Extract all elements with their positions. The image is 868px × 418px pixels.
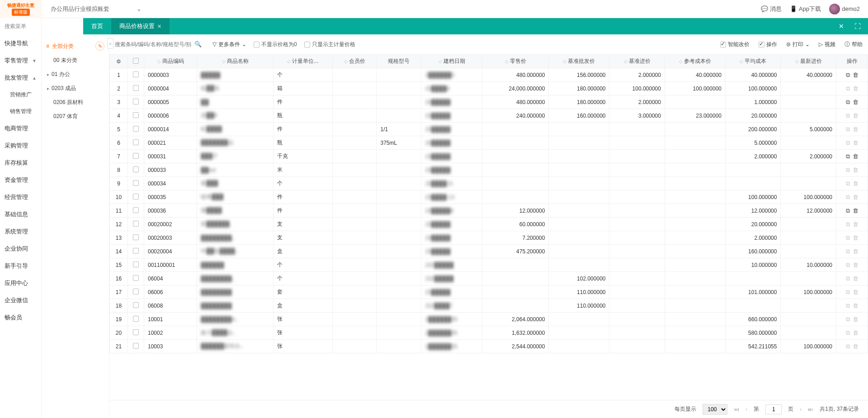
row-delete-icon[interactable]: 🗑 — [853, 234, 859, 241]
sidebar-item[interactable]: 销售管理 — [0, 103, 41, 120]
row-delete-icon[interactable]: 🗑 — [853, 329, 859, 336]
table-row[interactable]: 9 000034 奥███ 个 20████23 ⧉🗑 — [110, 177, 868, 190]
row-delete-icon[interactable]: 🗑 — [853, 153, 859, 160]
row-checkbox[interactable] — [133, 343, 139, 349]
tree-collapse-icon[interactable]: « — [107, 38, 113, 49]
tree-item[interactable]: ▸0203 成品 — [42, 81, 109, 95]
col-code[interactable]: ◇商品编码 — [144, 55, 197, 68]
table-row[interactable]: 2 0000004 收██纸 箱 20████8 24,000.000000 1… — [110, 82, 868, 95]
row-checkbox[interactable] — [133, 275, 139, 281]
row-edit-icon[interactable]: ⧉ — [846, 275, 850, 282]
row-edit-icon[interactable]: ⧉ — [846, 261, 850, 268]
tree-item[interactable]: ▸01 办公 — [42, 67, 109, 81]
sidebar-item[interactable]: 经营管理 — [0, 189, 41, 206]
next-page-icon[interactable]: › — [800, 406, 802, 413]
table-row[interactable]: 19 10001 ████████A.. 张 2██████05 2,064.0… — [110, 313, 868, 326]
row-edit-icon[interactable]: ⧉ — [846, 180, 850, 187]
col-create-date[interactable]: ◇建档日期 — [421, 55, 482, 68]
row-checkbox[interactable] — [133, 99, 139, 104]
row-checkbox[interactable] — [133, 194, 139, 200]
table-row[interactable]: 17 06006 ████████ 套 20█████ 110.000000 1… — [110, 285, 868, 299]
checkbox-hide-zero-price[interactable]: 不显示价格为0 — [254, 41, 297, 48]
row-edit-icon[interactable]: ⧉ — [846, 126, 850, 133]
row-delete-icon[interactable]: 🗑 — [853, 207, 859, 214]
row-edit-icon[interactable]: ⧉ — [846, 99, 850, 105]
search-icon[interactable]: 🔍 — [194, 41, 202, 48]
sidebar-item[interactable]: 基础信息 — [0, 206, 41, 223]
col-spec[interactable]: 规格型号 — [377, 55, 421, 68]
first-page-icon[interactable]: ⏮ — [734, 406, 739, 413]
sidebar-item[interactable]: 快捷导航 — [0, 35, 41, 52]
fullscreen-icon[interactable]: ⛶ — [852, 20, 863, 32]
table-row[interactable]: 21 10003 ██████新特办.. 张 2██████05 2,544.0… — [110, 340, 868, 353]
help-button[interactable]: ⓘ帮助 — [844, 41, 863, 48]
table-row[interactable]: 14 00020004 中██笔████.. 盒 20█████ 475.200… — [110, 245, 868, 258]
sidebar-item[interactable]: 资金管理 — [0, 171, 41, 189]
row-edit-icon[interactable]: ⧉ — [846, 153, 850, 160]
table-row[interactable]: 12 00020002 得██████. 支 20█████ 60.000000… — [110, 218, 868, 231]
row-edit-icon[interactable]: ⧉ — [846, 302, 850, 309]
row-edit-icon[interactable]: ⧉ — [846, 316, 850, 323]
close-icon[interactable]: ✕ — [157, 24, 161, 29]
video-button[interactable]: ▷视频 — [819, 41, 835, 48]
sidebar-item[interactable]: 批发管理▲ — [0, 69, 41, 86]
row-delete-icon[interactable]: 🗑 — [853, 71, 859, 78]
messages-button[interactable]: 💬消息 — [761, 5, 782, 13]
row-edit-icon[interactable]: ⧉ — [846, 166, 850, 173]
last-page-icon[interactable]: ⏭ — [808, 406, 813, 413]
tab-home[interactable]: 首页 — [83, 18, 111, 34]
more-conditions-button[interactable]: ▽更多条件 ⌄ — [212, 41, 246, 48]
table-row[interactable]: 5 0000014 杜████ 件 1/1 20█████ 200.000000… — [110, 123, 868, 136]
row-checkbox[interactable] — [133, 289, 139, 294]
table-row[interactable]: 16 06004 ████████.. 个 202█████ 102.00000… — [110, 272, 868, 285]
table-row[interactable]: 10 000035 玻璃███ 件 20████-13 100.000000 1… — [110, 190, 868, 204]
row-delete-icon[interactable]: 🗑 — [853, 99, 859, 105]
col-unit[interactable]: ◇计量单位... — [273, 55, 332, 68]
edit-categories-icon[interactable]: ✎ — [95, 42, 104, 51]
table-row[interactable]: 8 000033 ██est 米 20█████ ⧉🗑 — [110, 163, 868, 177]
col-purchase[interactable]: ◇基准进价 — [609, 55, 665, 68]
sidebar-item[interactable]: 企业微信 — [0, 292, 41, 309]
row-checkbox[interactable] — [133, 261, 139, 267]
row-checkbox[interactable] — [133, 180, 139, 186]
tab-close-all-button[interactable]: ✕ — [835, 20, 847, 32]
per-page-select[interactable]: 100 — [703, 404, 727, 415]
tree-item[interactable]: 00 未分类 — [42, 53, 109, 67]
sidebar-item[interactable]: 营销推广 — [0, 86, 41, 103]
row-checkbox[interactable] — [133, 126, 139, 132]
row-delete-icon[interactable]: 🗑 — [853, 180, 859, 187]
col-latest-purchase[interactable]: ◇最新进价 — [781, 55, 836, 68]
row-delete-icon[interactable]: 🗑 — [853, 166, 859, 173]
col-avg-cost[interactable]: ◇平均成本 — [725, 55, 780, 68]
table-row[interactable]: 15 001100001 ██████ 个 202█████ 10.000000… — [110, 258, 868, 272]
row-delete-icon[interactable]: 🗑 — [853, 316, 859, 323]
row-delete-icon[interactable]: 🗑 — [853, 194, 859, 200]
row-checkbox[interactable] — [133, 207, 139, 213]
col-wholesale[interactable]: ◇基准批发价 — [549, 55, 609, 68]
table-row[interactable]: 1 0000003 █████ 个 2██████0 480.000000 15… — [110, 68, 868, 82]
sidebar-item[interactable]: 系统管理 — [0, 223, 41, 240]
table-row[interactable]: 13 00020003 ████████.. 支 20█████ 7.20000… — [110, 231, 868, 245]
row-edit-icon[interactable]: ⧉ — [846, 221, 850, 228]
row-delete-icon[interactable]: 🗑 — [853, 343, 859, 350]
row-edit-icon[interactable]: ⧉ — [846, 207, 850, 214]
search-input[interactable] — [115, 41, 192, 48]
row-checkbox[interactable] — [133, 329, 139, 335]
print-button[interactable]: ⊜打印 ⌄ — [786, 41, 810, 48]
row-edit-icon[interactable]: ⧉ — [846, 194, 850, 200]
tree-item[interactable]: 0207 体育 — [42, 109, 109, 124]
row-delete-icon[interactable]: 🗑 — [853, 275, 859, 282]
user-menu[interactable]: demo2 — [829, 4, 860, 14]
row-edit-icon[interactable]: ⧉ — [846, 234, 850, 241]
col-ref-cost[interactable]: ◇参考成本价 — [665, 55, 725, 68]
checkbox-main-unit-only[interactable]: 只显示主计量价格 — [304, 41, 355, 48]
row-delete-icon[interactable]: 🗑 — [853, 221, 859, 228]
page-number-input[interactable] — [765, 404, 782, 414]
row-checkbox[interactable] — [133, 302, 139, 308]
col-member-price[interactable]: ◇会员价 — [333, 55, 377, 68]
row-checkbox[interactable] — [133, 316, 139, 322]
row-checkbox[interactable] — [133, 234, 139, 240]
row-edit-icon[interactable]: ⧉ — [846, 343, 850, 350]
row-delete-icon[interactable]: 🗑 — [853, 85, 859, 92]
row-delete-icon[interactable]: 🗑 — [853, 248, 859, 255]
